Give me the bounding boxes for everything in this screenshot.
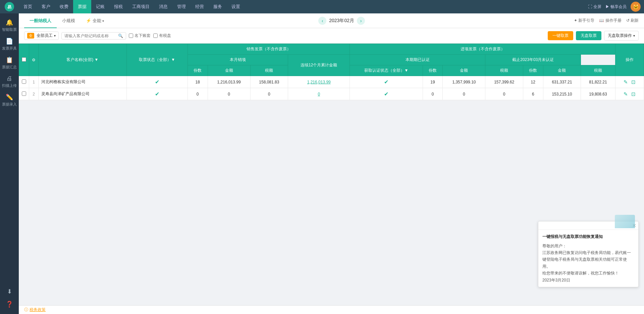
refresh-link[interactable]: ↺ 刷新 [626,18,639,23]
nav-operation[interactable]: 经营 [191,0,209,13]
th-sales-amount: 金额 [208,65,250,76]
one-key-fetch-button[interactable]: 一键取票 [548,31,573,40]
th-sales-tax: 税额 [250,65,288,76]
fullscreen-button[interactable]: ⛶ 全屏 [588,4,601,10]
sidebar-label-invoice-open: 发票开具 [2,46,17,51]
sidebar-item-invoice-entry[interactable]: ✏️ 票据录入 [0,91,19,110]
employee-filter-dropdown-icon: ▾ [54,34,56,38]
employee-filter-label: 全部员工 [37,33,53,39]
operation-manual-link[interactable]: 📖 操作手册 [599,18,621,23]
prev-month-button[interactable]: ‹ [318,17,326,25]
status-text[interactable]: 税务政策 [30,307,46,313]
invoice-open-icon: 📄 [6,38,13,45]
tab-small-scale[interactable]: 小规模 [57,13,80,28]
next-month-button[interactable]: › [357,17,365,25]
th-cert-count: 份数 [423,65,443,76]
sidebar-item-invoice-summary[interactable]: 📋 票据汇总 [0,54,19,72]
th-cert-tax: 税额 [485,65,523,76]
smart-fetch-icon: 🔔 [6,19,13,26]
row2-company: 灵寿县尚泽矿产品有限公司 [39,88,127,100]
sidebar-bottom: ⬇ ❓ [6,285,13,314]
row2-sales-amount: 0 [208,88,250,100]
all-capable-dropdown-icon: ▾ [102,19,104,23]
row2-checkbox [19,88,29,100]
nav-tax[interactable]: 报税 [109,0,127,13]
notification-panel: ✕ 一键报税与无盘取票功能恢复通知 尊敬的用户： 江苏政务网已恢复访问电子税务局… [538,221,639,287]
notification-title: 一键报税与无盘取票功能恢复通知 [542,233,634,241]
search-input[interactable] [64,34,118,38]
top-navigation: 易 首页 客户 收费 票据 记账 报税 工商项目 消息 管理 经营 服务 设置 … [0,0,644,13]
has-tax-disc-label: 有税盘 [159,33,171,39]
th-sales-count: 份数 [187,65,208,76]
nav-client[interactable]: 客户 [37,0,55,13]
row2-cumulative[interactable]: 0 [288,88,350,100]
table-header-monthly-sales: 本月销项 [187,55,288,65]
status-bar: ⓘ 税务政策 [19,305,644,314]
nav-business[interactable]: 工商项目 [127,0,154,13]
scan-upload-icon: 🖨 [6,75,12,82]
has-tax-disc-checkbox[interactable] [153,34,158,38]
row1-cumulative[interactable]: 1,216,013.99 [288,76,350,88]
sidebar-item-smart-fetch[interactable]: 🔔 智能取票 [0,16,19,35]
row2-cert-count: 0 [423,88,443,100]
has-tax-disc-checkbox-label[interactable]: 有税盘 [153,33,171,39]
row1-cert-status: ✔ [350,76,423,88]
month-navigation: ‹ 2023年02月 › [318,17,365,25]
app-logo[interactable]: 易 [3,1,15,13]
no-disc-ops-dropdown-icon: ▾ [633,34,635,38]
invoice-summary-icon: 📋 [6,56,13,64]
sidebar-item-scan-upload[interactable]: 🖨 扫描上传 [0,72,19,91]
nav-fee[interactable]: 收费 [55,0,73,13]
th-uncert-amount: 金额 [543,65,581,76]
select-all-checkbox[interactable] [22,57,26,62]
row1-cumulative-link[interactable]: 1,216,013.99 [307,80,331,84]
nav-manage[interactable]: 管理 [172,0,191,13]
new-guide-link[interactable]: ✦ 新手引导 [574,18,594,23]
sidebar-item-invoice-open[interactable]: 📄 发票开具 [0,35,19,54]
member-button[interactable]: ▶ 畅享会员 [605,4,627,10]
row2-uncert-tax: 19,808.63 [581,88,615,100]
nav-settings[interactable]: 设置 [227,0,245,13]
nav-bookkeeping[interactable]: 记账 [91,0,109,13]
tab-all-capable[interactable]: ⚡ 全能 ▾ [80,13,109,28]
help-icon: ❓ [6,301,13,308]
row1-edit-icon[interactable]: ✎ [624,79,628,85]
row1-sales-tax: 158,081.83 [250,76,288,88]
row1-cert-tax: 157,399.62 [485,76,523,88]
row2-edit-icon[interactable]: ✎ [624,91,628,97]
row1-fetch-status: ✔ [126,76,187,88]
invoice-entry-icon: ✏️ [6,93,13,101]
sidebar-item-help[interactable]: ❓ [6,298,13,311]
row2-cumulative-link[interactable]: 0 [318,92,320,97]
table-row: 1 河北柯橹栋实业有限公司 ✔ 18 1,216,013.99 158,081.… [19,76,644,88]
nav-ticket[interactable]: 票据 [73,0,91,13]
tab-general-taxpayer[interactable]: 一般纳税人 [24,13,57,28]
th-uncert-count: 份数 [523,65,543,76]
row1-copy-icon[interactable]: ⊡ [631,79,636,85]
under-name-checkbox-label[interactable]: 名下账套 [129,33,151,39]
employee-filter[interactable]: 全 全部员工 ▾ [24,32,59,40]
nav-service[interactable]: 服务 [209,0,227,13]
nav-message[interactable]: 消息 [154,0,172,13]
tab-all-capable-label: 全能 [93,18,101,23]
toolbar-right-buttons: 一键取票 无盘取票 无盘取票操作 ▾ [548,31,639,41]
row2-cert-amount: 0 [443,88,485,100]
no-disc-fetch-button[interactable]: 无盘取票 [576,31,601,40]
no-disc-ops-label: 无盘取票操作 [608,33,632,39]
user-avatar[interactable]: 🐱 [631,2,641,12]
under-name-checkbox[interactable] [129,34,133,38]
sidebar-item-download[interactable]: ⬇ [6,285,13,298]
row2-uncert-count: 6 [523,88,543,100]
table-header-cumulative: 连续12个月累计金额 [288,55,350,76]
row1-sales-amount: 1,216,013.99 [208,76,250,88]
row2-copy-icon[interactable]: ⊡ [631,91,636,97]
employee-filter-tag: 全 [27,33,34,39]
nav-home[interactable]: 首页 [19,0,37,13]
row1-sales-count: 18 [187,76,208,88]
current-month-display: 2023年02月 [329,18,354,24]
tab-bar: 一般纳税人 小规模 ⚡ 全能 ▾ ‹ 2023年02月 › ✦ 新手引导 📖 操… [19,13,644,28]
status-info-icon: ⓘ [24,307,28,313]
no-disc-ops-button[interactable]: 无盘取票操作 ▾ [604,31,639,41]
search-icon[interactable]: 🔍 [118,34,123,38]
table-header-action: 操作 [615,44,644,76]
